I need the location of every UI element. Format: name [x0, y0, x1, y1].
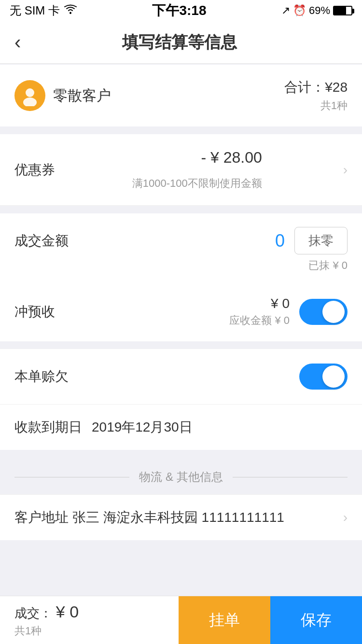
wifi-icon: [64, 4, 77, 17]
customer-name: 零散客户: [53, 86, 111, 106]
prepay-right: ¥ 0 应收金额 ¥ 0: [229, 296, 348, 328]
logistics-line-left: [14, 477, 129, 477]
hang-button[interactable]: 挂单: [179, 596, 270, 644]
svg-point-0: [70, 12, 71, 14]
alarm-icon: ⏰: [293, 4, 306, 17]
customer-left: 零散客户: [14, 80, 111, 111]
customer-row: 零散客户 合计：¥28 共1种: [0, 65, 362, 126]
customer-count: 共1种: [284, 98, 348, 113]
address-section[interactable]: 客户地址 张三 海淀永丰科技园 11111111111 ›: [0, 494, 362, 540]
transaction-amount-sub: 已抹 ¥ 0: [14, 258, 348, 273]
bottom-bar: 成交： ¥ 0 共1种 挂单 保存: [0, 596, 362, 644]
status-left: 无 SIM 卡: [10, 3, 77, 18]
prepay-toggle[interactable]: [299, 299, 348, 325]
svg-point-2: [23, 98, 37, 106]
customer-summary: 合计：¥28 共1种: [284, 78, 348, 113]
divider-1: [0, 126, 362, 134]
prepay-label: 冲预收: [14, 303, 55, 321]
customer-avatar: [14, 80, 45, 111]
coupon-chevron: ›: [343, 162, 348, 178]
back-button[interactable]: ‹: [14, 31, 21, 53]
transaction-amount-value[interactable]: 0: [275, 231, 285, 251]
debt-toggle-thumb: [322, 365, 345, 388]
save-button[interactable]: 保存: [270, 596, 362, 644]
logistics-text: 物流 & 其他信息: [139, 469, 223, 485]
debt-toggle[interactable]: [299, 364, 348, 390]
coupon-right: - ¥ 28.00 满1000-100不限制使用金额: [132, 149, 262, 191]
prepay-amounts: ¥ 0 应收金额 ¥ 0: [229, 296, 290, 328]
prepay-section: 冲预收 ¥ 0 应收金额 ¥ 0: [0, 286, 362, 341]
bottom-deal-amount: ¥ 0: [56, 602, 79, 621]
logistics-line-right: [233, 477, 348, 477]
customer-total: 合计：¥28: [284, 78, 348, 97]
transaction-amount-label: 成交金额: [14, 232, 69, 250]
debt-label: 本单赊欠: [14, 367, 69, 386]
due-date-section: 收款到期日 2019年12月30日: [0, 404, 362, 450]
round-button[interactable]: 抹零: [294, 227, 348, 254]
page-title: 填写结算等信息: [30, 31, 328, 54]
address-value: 张三 海淀永丰科技园 11111111111: [72, 508, 339, 527]
address-chevron: ›: [343, 510, 348, 525]
coupon-discount: - ¥ 28.00: [201, 149, 262, 167]
status-time: 下午3:18: [152, 1, 206, 20]
bottom-deal-label: 成交：: [14, 606, 52, 620]
coupon-desc: 满1000-100不限制使用金额: [132, 176, 262, 191]
divider-2: [0, 206, 362, 213]
address-label: 客户地址: [14, 508, 72, 527]
bottom-deal-row: 成交： ¥ 0: [14, 602, 164, 622]
transaction-amount-right: 0 抹零: [275, 227, 348, 254]
status-bar: 无 SIM 卡 下午3:18 ↗ ⏰ 69%: [0, 0, 362, 21]
due-date-value[interactable]: 2019年12月30日: [92, 418, 193, 436]
svg-point-1: [26, 88, 34, 97]
content-area: 零散客户 合计：¥28 共1种 优惠券 - ¥ 28.00 满1000-100不…: [0, 65, 362, 644]
status-right: ↗ ⏰ 69%: [281, 4, 352, 17]
bottom-info: 成交： ¥ 0 共1种: [0, 596, 179, 644]
nav-bar: ‹ 填写结算等信息: [0, 21, 362, 64]
divider-4: [0, 450, 362, 460]
transaction-amount-row: 成交金额 0 抹零: [14, 227, 348, 254]
debt-section: 本单赊欠: [0, 349, 362, 404]
transaction-amount-section: 成交金额 0 抹零 已抹 ¥ 0: [0, 213, 362, 286]
divider-3: [0, 341, 362, 349]
toggle-thumb: [322, 301, 345, 323]
bottom-count: 共1种: [14, 624, 164, 638]
battery-icon: [333, 6, 352, 15]
coupon-row[interactable]: 优惠券 - ¥ 28.00 满1000-100不限制使用金额 ›: [0, 134, 362, 206]
due-date-label: 收款到期日: [14, 418, 82, 436]
location-icon: ↗: [281, 4, 290, 17]
logistics-header: 物流 & 其他信息: [0, 460, 362, 494]
coupon-label: 优惠券: [14, 161, 55, 179]
no-sim-text: 无 SIM 卡: [10, 3, 60, 18]
prepay-sub-text: 应收金额 ¥ 0: [229, 313, 290, 328]
prepay-main-amount: ¥ 0: [229, 296, 290, 311]
battery-percent: 69%: [309, 4, 330, 17]
